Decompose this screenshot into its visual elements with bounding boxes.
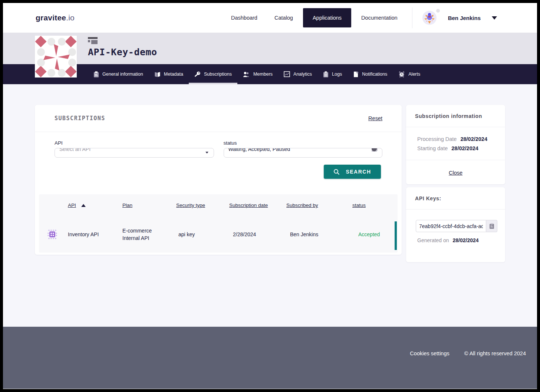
tab-label: Logs [332, 72, 342, 77]
copyright-text: © All rights reserved 2024 [464, 350, 526, 356]
user-menu[interactable]: Ben Jenkins [422, 10, 497, 25]
avatar [422, 10, 437, 25]
top-navigation: gravitee.io Dashboard Catalog Applicatio… [3, 3, 537, 33]
api-filter-label: API [55, 140, 214, 146]
cookies-settings-link[interactable]: Cookies settings [410, 350, 449, 356]
column-label: API [68, 202, 76, 208]
avatar-icon [422, 10, 437, 25]
column-header-status[interactable]: status [339, 202, 398, 208]
filters-section: API Select an API status Waiting, Accept… [35, 132, 402, 179]
tab-label: General information [102, 72, 143, 77]
search-icon [333, 169, 340, 175]
cell-subscribed-by: Ben Jenkins [282, 231, 339, 237]
column-header-security-type[interactable]: Security type [172, 202, 226, 208]
api-keys-header: API Keys: [406, 187, 505, 210]
subscription-info-title: Subscription information [415, 113, 482, 119]
application-tabs: General information Metadata Subscriptio… [3, 64, 537, 84]
user-name: Ben Jenkins [448, 15, 481, 21]
api-keys-body: Generated on 28/02/2024 [406, 210, 505, 243]
starting-date-row: Starting date 28/02/2024 [417, 144, 505, 153]
api-avatar [39, 228, 63, 240]
nav-dashboard[interactable]: Dashboard [223, 3, 266, 33]
processing-date-label: Processing Date [417, 136, 457, 142]
table-scrollbar-thumb[interactable] [395, 221, 397, 250]
notification-dot [436, 9, 440, 13]
column-header-api[interactable]: API [63, 202, 119, 208]
api-filter-field: API Select an API [55, 140, 214, 158]
select-indicator-icon [372, 148, 378, 152]
starting-date-label: Starting date [417, 145, 448, 151]
status-select[interactable]: Waiting, Accepted, Paused [224, 148, 383, 158]
page-icon [353, 71, 359, 78]
nav-applications[interactable]: Applications [303, 8, 351, 27]
brand-suffix: .io [66, 13, 75, 22]
pinwheel-logo-icon [35, 36, 77, 78]
table-header-row: API Plan Security type Subscription date… [39, 194, 398, 216]
search-button[interactable]: SEARCH [324, 165, 381, 179]
subscriptions-table: API Plan Security type Subscription date… [39, 194, 398, 253]
chevron-down-icon [205, 152, 208, 154]
status-select-value: Waiting, Accepted, Paused [228, 148, 290, 153]
api-keys-title: API Keys: [415, 195, 441, 201]
column-header-subscribed-by[interactable]: Subscribed by [282, 202, 339, 208]
tab-alerts[interactable]: Alerts [393, 64, 426, 84]
nav-documentation[interactable]: Documentation [353, 3, 406, 33]
application-type-icon [88, 37, 98, 44]
tab-label: Analytics [293, 72, 312, 77]
cell-security-type: api key [172, 231, 226, 237]
processing-date-value: 28/02/2024 [460, 136, 487, 142]
starting-date-value: 28/02/2024 [451, 145, 478, 151]
status-filter-label: status [224, 140, 383, 146]
clipboard-icon [93, 71, 99, 78]
people-icon [243, 72, 250, 77]
key-icon [194, 71, 201, 78]
tab-metadata[interactable]: Metadata [149, 64, 189, 84]
alarm-icon [398, 71, 405, 78]
tab-general-information[interactable]: General information [88, 64, 149, 84]
tab-subscriptions[interactable]: Subscriptions [189, 64, 237, 84]
sort-ascending-icon [81, 204, 86, 207]
title-block: API-Key-demo [88, 37, 157, 57]
close-section: Close [406, 160, 505, 185]
processing-date-row: Processing Date 28/02/2024 [417, 135, 505, 144]
chart-icon [284, 71, 290, 77]
subscription-info-card: Subscription information Processing Date… [406, 105, 505, 184]
subscription-info-header: Subscription information [406, 105, 505, 127]
brand-text: gravitee [36, 13, 66, 22]
api-select-value: Select an API [59, 148, 90, 153]
logs-icon [323, 71, 329, 78]
tab-label: Notifications [362, 72, 387, 77]
reset-link[interactable]: Reset [368, 115, 382, 121]
tab-members[interactable]: Members [237, 64, 278, 84]
gravitee-logo[interactable]: gravitee.io [36, 13, 75, 22]
generated-on-label: Generated on [417, 237, 449, 243]
subscriptions-card-header: SUBSCRIPTIONS Reset [35, 105, 402, 132]
column-header-plan[interactable]: Plan [119, 202, 172, 208]
nav-divider [412, 7, 412, 28]
application-header: API-Key-demo [3, 33, 537, 64]
book-icon [154, 72, 161, 77]
tab-logs[interactable]: Logs [317, 64, 348, 84]
main-content: SUBSCRIPTIONS Reset API Select an API st… [3, 84, 537, 327]
nav-links: Dashboard Catalog Applications Documenta… [223, 3, 497, 33]
api-select[interactable]: Select an API [55, 148, 214, 158]
tab-notifications[interactable]: Notifications [348, 64, 393, 84]
tab-analytics[interactable]: Analytics [278, 64, 317, 84]
column-header-subscription-date[interactable]: Subscription date [226, 202, 282, 208]
cell-plan: E-commerce Internal API [119, 227, 172, 242]
generated-on-value: 28/02/2024 [453, 237, 479, 243]
screenshot-frame: gravitee.io Dashboard Catalog Applicatio… [0, 0, 540, 392]
nav-catalog[interactable]: Catalog [266, 3, 302, 33]
tab-label: Members [253, 72, 273, 77]
application-logo [35, 36, 77, 78]
search-button-label: SEARCH [346, 169, 371, 175]
tab-label: Subscriptions [204, 72, 232, 77]
api-keys-card: API Keys: Generated on [406, 187, 505, 262]
page-title: API-Key-demo [88, 47, 157, 57]
portal-screen: gravitee.io Dashboard Catalog Applicatio… [3, 3, 537, 389]
copy-key-button[interactable] [486, 220, 497, 232]
table-row[interactable]: Inventory API E-commerce Internal API ap… [39, 216, 398, 253]
api-key-input[interactable] [416, 220, 486, 232]
clipboard-copy-icon [489, 223, 494, 229]
close-link[interactable]: Close [449, 170, 462, 176]
